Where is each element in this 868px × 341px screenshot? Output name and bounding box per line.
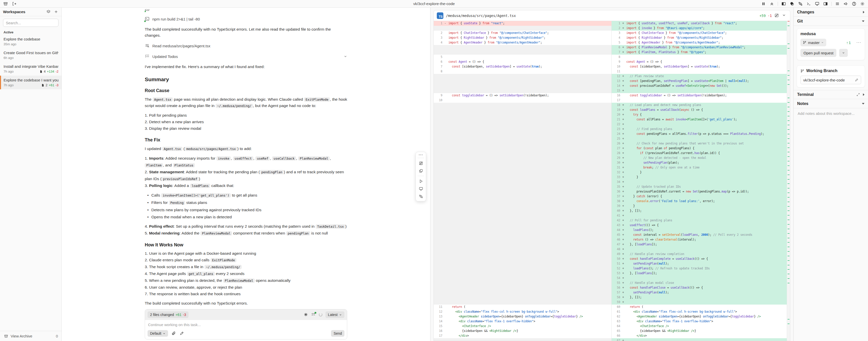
diff-line-new: 37+ } catch (error) {	[612, 194, 787, 199]
menu-icon[interactable]	[835, 1, 840, 6]
notes-input[interactable]: Add notes about this workspace...	[794, 108, 868, 119]
spark-icon[interactable]	[304, 312, 308, 317]
assistant-paragraph: The build completed successfully with no…	[145, 26, 347, 38]
diff-gap	[434, 136, 612, 141]
collapse-all-icon[interactable]	[769, 1, 774, 6]
workspace-list: Explore the codebase35m agoCreate Good F…	[0, 35, 61, 331]
disable-preview-icon[interactable]	[417, 160, 424, 166]
inline-code: previousPlanIdsRef	[161, 177, 199, 181]
workspace-item[interactable]: Explore the codebase35m ago	[0, 35, 61, 48]
changes-section-header[interactable]: Changes	[794, 8, 868, 17]
search-input[interactable]	[3, 19, 58, 27]
git-branch-icon	[803, 41, 807, 44]
diff-row: 23+ // Find pending plans	[434, 127, 787, 131]
settings-gear-icon[interactable]	[860, 1, 865, 6]
terminal-section-header[interactable]: Terminal	[794, 90, 868, 99]
pause-icon[interactable]	[761, 1, 766, 6]
send-button[interactable]: Send	[331, 330, 344, 337]
push-ahead-count[interactable]: ↑ 1	[846, 40, 851, 45]
preview-monitor-icon[interactable]	[417, 185, 424, 192]
diff-row: 22+	[434, 122, 787, 127]
inline-code: ~/.medusa/pending/	[205, 265, 242, 269]
diff-line-new: 52+ loadPlans(); // Refresh to update tr…	[612, 266, 787, 271]
latest-dropdown[interactable]: Latest	[326, 311, 344, 318]
diff-line-new: 53+ }, [loadPlans]);	[612, 271, 787, 276]
chevron-down-icon[interactable]	[344, 55, 347, 58]
mode-dropdown[interactable]: Default	[148, 330, 168, 337]
conversation-scroll[interactable]: npm run build 2>&1 | tail -80The build c…	[62, 8, 430, 308]
list-item: Opens the modal when a new plan is detec…	[146, 214, 347, 221]
workspace-time: 35m ago	[4, 42, 17, 46]
diff-row: 16 {sidebarOpen && <RightSidebar />}65 {…	[434, 329, 787, 333]
workspace-item[interactable]: Create Good First Issues on Github So p6…	[0, 48, 61, 62]
assistant-paragraph: The build completed successfully with no…	[145, 300, 347, 306]
diff-row: 33+ }	[434, 175, 787, 180]
todos-status-icon[interactable]	[311, 312, 316, 317]
more-actions-icon[interactable]: ···	[856, 40, 861, 45]
git-compare-icon[interactable]	[798, 1, 803, 6]
repo-name: medusa	[800, 32, 861, 36]
workspace-item[interactable]: Install and integrate Vibe Kanban Web7h …	[0, 62, 61, 75]
diff-line-new: 28+ if (!previousPlanIdsRef.current.has(…	[612, 151, 787, 156]
wrap-toggle-icon[interactable]	[774, 13, 779, 18]
diff-row: 9 const toggleSidebar = () => setSidebar…	[434, 93, 787, 98]
edit-pencil-icon[interactable]	[855, 78, 858, 82]
message-input[interactable]	[148, 322, 344, 327]
inline-code: PlanItem	[145, 163, 163, 167]
tool-call-read[interactable]: Read medusa/src/pages/Agent.tsx	[145, 41, 347, 50]
terminal-icon[interactable]	[806, 1, 811, 6]
theme-contrast-icon[interactable]	[789, 1, 795, 6]
monitor-icon[interactable]	[815, 1, 820, 6]
diff-gap	[434, 127, 612, 131]
diff-line-new: 22+	[612, 122, 787, 127]
attach-icon[interactable]	[172, 331, 176, 336]
help-icon[interactable]	[851, 1, 857, 6]
drag-handle[interactable]: •••	[418, 154, 423, 156]
partial-tool-call	[145, 9, 347, 12]
tool-call-terminal[interactable]: npm run build 2>&1 | tail -80	[145, 15, 347, 23]
diff-row: 34+	[434, 180, 787, 184]
branch-name: master	[808, 40, 820, 45]
git-section-header[interactable]: Git	[794, 17, 868, 26]
expand-icon	[856, 93, 860, 96]
archive-icon[interactable]	[3, 1, 8, 6]
workspace-title: Install and integrate Vibe Kanban Web	[4, 64, 58, 68]
layers-icon[interactable]	[46, 9, 51, 14]
open-pull-request-button[interactable]: Open pull request	[800, 49, 836, 57]
mode-label: Default	[150, 331, 161, 335]
diff-gap	[434, 242, 612, 247]
edit-pen-icon[interactable]	[180, 331, 184, 336]
diff-line-new: 12+ // Plan review state	[612, 74, 787, 79]
diff-gap	[434, 266, 612, 271]
working-branch-input[interactable]: vk/3ccf-explore-the-code	[800, 75, 861, 84]
diff-line-new: 61 <div className="flex flex-col h-scree…	[612, 309, 787, 314]
workspace-item[interactable]: Explore the codebase I want you to exp7h…	[0, 75, 61, 89]
sign-out-icon[interactable]	[12, 1, 17, 6]
panel-right-icon[interactable]	[823, 1, 828, 6]
inline-code: PlanStatus	[173, 163, 195, 167]
git-compare-icon[interactable]	[417, 193, 424, 199]
diff-row: 39+ }	[434, 204, 787, 209]
view-archive-button[interactable]: View Archive 0	[0, 331, 61, 341]
workspace-time: 7h ago	[4, 69, 14, 73]
diff-gap	[434, 146, 612, 151]
collapse-file-icon[interactable]	[782, 13, 787, 18]
add-workspace-icon[interactable]	[53, 9, 58, 14]
copy-icon[interactable]	[417, 167, 424, 174]
branch-dropdown[interactable]: master	[800, 39, 826, 46]
tool-call-todos[interactable]: Updated Todos	[145, 52, 347, 61]
diff-row: 15 <ChatInterface />64 <ChatInterface />	[434, 324, 787, 329]
diff-gap	[434, 160, 612, 165]
run-play-icon[interactable]	[417, 178, 424, 184]
diff-line-new: 9const Agent = () => {	[612, 59, 787, 64]
diff-file-header[interactable]: TS /medusa/medusa/src/pages/Agent.tsx +5…	[434, 10, 790, 21]
megaphone-icon[interactable]	[843, 1, 848, 6]
panel-left-icon[interactable]	[781, 1, 786, 6]
tool-call-text: Read medusa/src/pages/Agent.tsx	[152, 44, 210, 48]
typescript-file-icon: TS	[437, 12, 443, 19]
files-changed-chip[interactable]: 2 files changed +61 -3	[148, 311, 189, 318]
notes-section-header[interactable]: Notes	[794, 99, 868, 108]
diff-gap	[434, 232, 612, 237]
pr-options-caret[interactable]	[839, 49, 848, 57]
inline-code: PlanReviewModal	[298, 156, 330, 161]
